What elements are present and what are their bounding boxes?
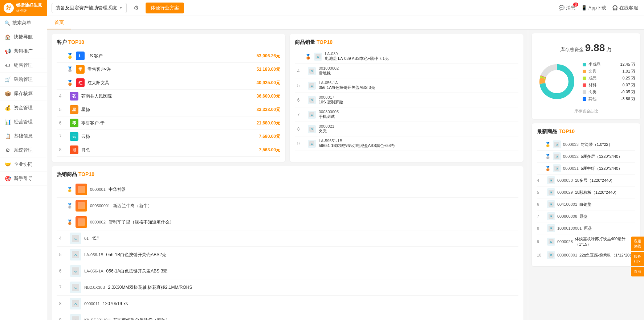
product-img: G (308, 111, 316, 119)
product-img: G (70, 314, 81, 320)
sidebar-item-home[interactable]: 🏠 快捷导航 (0, 30, 47, 44)
product-code: LA-59651-1B (319, 139, 518, 143)
rank-value: 7,563.00元 (259, 147, 280, 153)
latest-product-row: 8 G 10000100001 原垄 (537, 222, 635, 234)
rank-medal: 🥉 (305, 54, 311, 60)
rank-value: 7,680.00元 (259, 134, 280, 140)
latest-product-row: 5 G 0000029 18颗粒板（1220*2440） (537, 186, 635, 198)
legend-item: 半成品 12.45 万 (583, 61, 635, 68)
product-name: 5厘多层（1220*2440） (581, 154, 635, 159)
legend-value: 1.01 万 (623, 69, 635, 74)
sidebar-item-inventory[interactable]: 📦 库存核算 (0, 87, 47, 101)
rank-medal: 🥉 (545, 166, 551, 171)
product-quantity-title: 商品销量 TOP10 (295, 39, 333, 46)
rank-value: 53,006.26元 (257, 53, 280, 59)
system-selector[interactable]: 装备及固定资产辅助管理系统 ▼ (52, 3, 127, 13)
top-row: 客户 TOP10 🥇 L LS 客户 53,006.26元 🥈 零 零售客户-许… (52, 34, 523, 162)
svg-text:G: G (550, 179, 552, 182)
rank-name: 零售客户-于 (81, 120, 254, 126)
rank-avatar: 零 (76, 65, 85, 74)
main-content: 客户 TOP10 🥇 L LS 客户 53,006.26元 🥈 零 零售客户-许… (47, 30, 644, 320)
hot-product-row: 6 G LA-056-1A 056-1A白色按键开关盖ABS 3壳 (57, 263, 518, 279)
finance-icon: 💰 (4, 105, 11, 111)
latest-product-row: 🥉 G 0000031 5厘中纤（1220*2440） (537, 163, 635, 175)
sidebar-item-operations[interactable]: 📊 经营管理 (0, 115, 47, 129)
rank-number: 4 (537, 178, 543, 182)
legend-value: -3.86 万 (621, 96, 635, 102)
settings-button[interactable]: ⚙ (131, 3, 141, 13)
hot-products-title: 热销商品 TOP10 (57, 171, 94, 178)
latest-products-card: 最新商品 TOP10 🥇 G 0000033 封边带（1.0*22） 🥈 G 0… (532, 123, 640, 266)
legend-item: 成品 0.25 万 (583, 75, 635, 82)
rank-number: 4 (57, 94, 64, 99)
product-img (76, 216, 87, 228)
try-button[interactable]: 体验行业方案 (146, 3, 184, 13)
rank-avatar: 星 (70, 105, 78, 114)
product-code: 000800005 (319, 110, 518, 114)
app-download-button[interactable]: 📱 App下载 (581, 5, 606, 11)
rank-row: 4 G 001000002 雪地靴 (295, 64, 518, 78)
tab-home[interactable]: 首页 (47, 16, 71, 29)
sidebar-item-base-info[interactable]: 📋 基础信息 (0, 129, 47, 143)
rank-value: 33,333.00元 (257, 107, 280, 113)
hot-products-list: 🥇 0000001 中华神器 🥈 000500001 新西兰牛肉（新牛） 🥉 0… (57, 181, 518, 320)
product-code: 0000031 (563, 166, 579, 171)
sidebar-item-sales[interactable]: 🏷 销售管理 (0, 58, 47, 73)
rank-row: 🥉 G LA-089 电池盖 LA-089 ABS本色+黑种 7.1克 (295, 49, 518, 64)
svg-rect-15 (78, 202, 85, 209)
system-icon: ⚙ (4, 147, 11, 153)
product-img (76, 184, 87, 195)
product-img: G (308, 140, 316, 148)
hot-product-row: 🥈 000500001 新西兰牛肉（新牛） (57, 198, 518, 214)
rank-number: 10 (537, 253, 543, 257)
tab-bar: 首页 (47, 16, 644, 30)
product-quantity-list: 🥉 G LA-089 电池盖 LA-089 ABS本色+黑种 7.1克 4 G … (295, 49, 518, 151)
product-code: LA-056-1B (84, 253, 103, 257)
hot-product-row: 9 G KK-SD22110H 花语萌恒温分腿睡袋（厚款） (57, 312, 518, 320)
sidebar-item-collab[interactable]: 🤝 企业协同 (0, 157, 47, 172)
product-name: 18多层（1220*2440） (575, 178, 635, 183)
cs-live-button[interactable]: 直播 (631, 267, 644, 276)
sidebar-item-marketing[interactable]: 📢 营销推广 (0, 44, 47, 58)
sidebar-item-finance[interactable]: 💰 资金管理 (0, 101, 47, 115)
headset-icon: 🎧 (612, 5, 618, 11)
cs-hotline-button[interactable]: 客服热线 (631, 237, 644, 251)
sidebar-item-system[interactable]: ⚙ 系统管理 (0, 143, 47, 157)
rank-row: 4 苍 苍南县人民医院 36,600.00元 (57, 90, 280, 103)
rank-row: 5 星 星扬 33,333.00元 (57, 103, 280, 116)
product-name: 新西兰牛肉（新牛） (113, 203, 518, 209)
rank-number: 8 (57, 301, 64, 306)
customer-top10-card: 客户 TOP10 🥇 L LS 客户 53,006.26元 🥈 零 零售客户-许… (52, 34, 285, 162)
rank-number: 6 (57, 120, 64, 126)
rank-row: 8 G 0000021 夹壳 (295, 122, 518, 136)
rank-avatar: L (76, 52, 85, 60)
left-panels: 客户 TOP10 🥇 L LS 客户 53,006.26元 🥈 零 零售客户-许… (47, 30, 528, 320)
legend-item: 文具 1.01 万 (583, 68, 635, 75)
product-img: G (70, 282, 81, 293)
hot-products-card: 热销商品 TOP10 🥇 0000001 中华神器 🥈 000500001 新西… (52, 166, 523, 320)
svg-text:G: G (74, 270, 77, 273)
rank-row: 5 G LA-056-1A 056-1A白色按键开关盖ABS 3壳 (295, 78, 518, 93)
product-name: 花语萌恒温分腿睡袋（厚款） (113, 317, 518, 320)
product-code: 01 (84, 236, 89, 241)
rank-number: 6 (295, 98, 302, 103)
product-code: 004100001 (557, 202, 577, 206)
guide-icon: 🎯 (4, 176, 11, 181)
svg-text:G: G (74, 254, 77, 257)
sidebar-item-guide[interactable]: 🎯 新手引导 (0, 172, 47, 186)
latest-product-row: 🥈 G 0000032 5厘多层（1220*2440） (537, 151, 635, 163)
rank-medal: 🥈 (67, 66, 73, 72)
cs-community-button[interactable]: 服务社区 (631, 252, 644, 266)
online-service-button[interactable]: 🎧 在线客服 (612, 5, 638, 11)
rank-number: 6 (537, 202, 543, 206)
message-button[interactable]: 💬 消息 6 (559, 5, 575, 11)
product-name: 原垄 (584, 226, 635, 231)
product-img: G (308, 82, 316, 90)
legend-dot (583, 63, 586, 66)
legend-name: 肉类 (588, 89, 619, 95)
purchase-icon: 🛒 (4, 77, 11, 82)
product-name: 5厘中纤（1220*2440） (581, 166, 635, 171)
product-name: 056-1B白色按键开关壳ABS2壳 (106, 252, 518, 258)
sidebar-item-purchase[interactable]: 🛒 采购管理 (0, 73, 47, 87)
sidebar-search[interactable]: 🔍 搜索菜单 (0, 16, 47, 30)
